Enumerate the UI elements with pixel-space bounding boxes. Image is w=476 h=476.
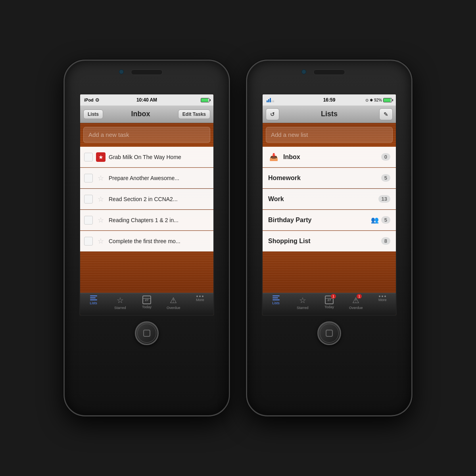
task-text-4: Reading Chapters 1 & 2 in... (109, 217, 209, 223)
task-text-1: Grab Milk On The Way Home (109, 154, 209, 160)
lists-icon-1 (90, 296, 97, 300)
task-star-5[interactable]: ☆ (96, 236, 106, 246)
tab-label-lists-1: Lists (90, 301, 97, 305)
task-checkbox-2[interactable] (84, 174, 93, 182)
today-badge-2: 1 (331, 294, 336, 299)
cal-day-2: 27 (328, 299, 331, 302)
add-task-area[interactable]: Add a new task (83, 127, 210, 143)
task-item-2[interactable]: ☆ Prepare Another Awesome... (80, 168, 213, 188)
shared-icon-birthday: 👥 (371, 216, 379, 224)
lists-icon-2 (273, 296, 280, 300)
lists-content: Add a new list 📥 Inbox 0 Homework 5 Work (263, 123, 396, 293)
signal-bar-5 (273, 100, 274, 102)
signal-bars-2 (267, 98, 274, 102)
task-star-3[interactable]: ☆ (96, 194, 106, 204)
list-row-work[interactable]: Work 13 (263, 189, 396, 209)
status-bar-2: 16:59 ⊙ ✱ 92% (263, 94, 396, 106)
home-button-2[interactable] (317, 321, 341, 345)
edit-tasks-button[interactable]: Edit Tasks (178, 109, 210, 119)
battery-fill-2 (384, 98, 391, 102)
tab-label-starred-2: Starred (297, 306, 309, 310)
camera-1 (119, 69, 124, 74)
speaker-2 (313, 69, 345, 75)
tab-today-2[interactable]: 27 1 Today (319, 296, 340, 309)
task-item-3[interactable]: ☆ Read Section 2 in CCNA2... (80, 189, 213, 209)
task-checkbox-4[interactable] (84, 216, 93, 225)
list-line-1c (90, 299, 97, 300)
add-list-placeholder: Add a new list (271, 131, 308, 138)
home-inner-2 (320, 324, 339, 343)
list-name-homework: Homework (268, 175, 381, 182)
star-tab-icon-2: ☆ (299, 296, 306, 305)
star-filled-icon-1: ★ (96, 152, 106, 162)
task-checkbox-3[interactable] (84, 195, 93, 203)
task-item-4[interactable]: ☆ Reading Chapters 1 & 2 in... (80, 210, 213, 230)
dot-2b (382, 296, 383, 297)
phone-2: 16:59 ⊙ ✱ 92% ↺ Lists ✎ Add a new list (246, 60, 413, 416)
battery-2 (383, 98, 392, 102)
task-checkbox-1[interactable] (84, 153, 93, 161)
status-right-1 (201, 98, 209, 102)
phone-1: iPod ⊙ 10:40 AM Lists Inbox Edit Tasks A… (63, 60, 230, 416)
dot-2a (379, 296, 380, 297)
signal-bar-1 (267, 100, 268, 102)
home-square-icon-1 (143, 330, 150, 337)
lists-icon-wrap-2 (273, 296, 280, 300)
tab-lists-1[interactable]: Lists (83, 296, 104, 305)
signal-bar-3 (270, 98, 271, 102)
star-empty-icon-4: ☆ (98, 216, 104, 225)
list-row-homework[interactable]: Homework 5 (263, 168, 396, 188)
home-button-1[interactable] (135, 321, 159, 345)
tab-starred-1[interactable]: ☆ Starred (110, 296, 131, 310)
star-empty-icon-3: ☆ (98, 195, 104, 203)
tab-more-2[interactable]: More (372, 296, 393, 302)
list-row-shopping[interactable]: Shopping List 8 (263, 231, 396, 251)
task-item-1[interactable]: ★ Grab Milk On The Way Home (80, 147, 213, 167)
tab-today-1[interactable]: 27 Today (136, 296, 157, 309)
refresh-button-2[interactable]: ↺ (266, 108, 279, 120)
tab-overdue-2[interactable]: ⚠ 1 Overdue (345, 296, 366, 310)
status-left-1: iPod ⊙ (84, 97, 99, 103)
lists-list: 📥 Inbox 0 Homework 5 Work 13 Birthday Pa… (263, 147, 396, 251)
dots-icon-1 (196, 296, 203, 297)
tab-starred-2[interactable]: ☆ Starred (292, 296, 313, 310)
signal-bar-2 (268, 99, 269, 102)
list-name-birthday: Birthday Party (268, 217, 371, 224)
tab-label-starred-1: Starred (114, 306, 126, 310)
status-bar-1: iPod ⊙ 10:40 AM (80, 94, 213, 106)
list-row-birthday[interactable]: Birthday Party 👥 5 (263, 210, 396, 230)
add-list-area[interactable]: Add a new list (266, 127, 393, 143)
today-icon-wrap-2: 27 1 (325, 296, 334, 304)
tab-label-overdue-2: Overdue (349, 306, 363, 310)
task-star-2[interactable]: ☆ (96, 173, 106, 183)
edit-button-2[interactable]: ✎ (379, 108, 393, 120)
dot-1a (196, 296, 198, 297)
list-badge-homework: 5 (381, 174, 390, 182)
status-time-1: 10:40 AM (136, 97, 157, 103)
status-right-2: ⊙ ✱ 92% (365, 98, 392, 102)
tab-label-more-2: More (378, 298, 387, 302)
battery-fill-1 (201, 98, 208, 102)
tab-more-1[interactable]: More (190, 296, 210, 302)
nav-bar-1: Lists Inbox Edit Tasks (80, 106, 213, 123)
task-item-5[interactable]: ☆ Complete the first three mo... (80, 231, 213, 251)
home-square-icon-2 (326, 330, 333, 337)
task-list: ★ Grab Milk On The Way Home ☆ Prepare An… (80, 147, 213, 251)
list-row-inbox[interactable]: 📥 Inbox 0 (263, 147, 396, 167)
task-text-3: Read Section 2 in CCNA2... (109, 196, 209, 202)
tab-overdue-1[interactable]: ⚠ Overdue (163, 296, 184, 310)
lists-icon-wrap-1 (90, 296, 97, 300)
task-star-4[interactable]: ☆ (96, 215, 106, 225)
tab-label-lists-2: Lists (272, 301, 280, 305)
phone-top-2 (247, 61, 411, 68)
back-button-1[interactable]: Lists (83, 109, 103, 119)
task-checkbox-5[interactable] (84, 237, 93, 246)
tab-lists-2[interactable]: Lists (266, 296, 286, 305)
star-empty-icon-5: ☆ (98, 237, 104, 246)
list-line-1a (90, 296, 97, 296)
list-line-2a (273, 296, 280, 296)
task-star-1[interactable]: ★ (96, 152, 106, 162)
camera-2 (301, 69, 306, 74)
tab-bar-1: Lists ☆ Starred 27 Today ⚠ Overdue (80, 293, 213, 315)
screen-2: 16:59 ⊙ ✱ 92% ↺ Lists ✎ Add a new list (262, 94, 397, 316)
